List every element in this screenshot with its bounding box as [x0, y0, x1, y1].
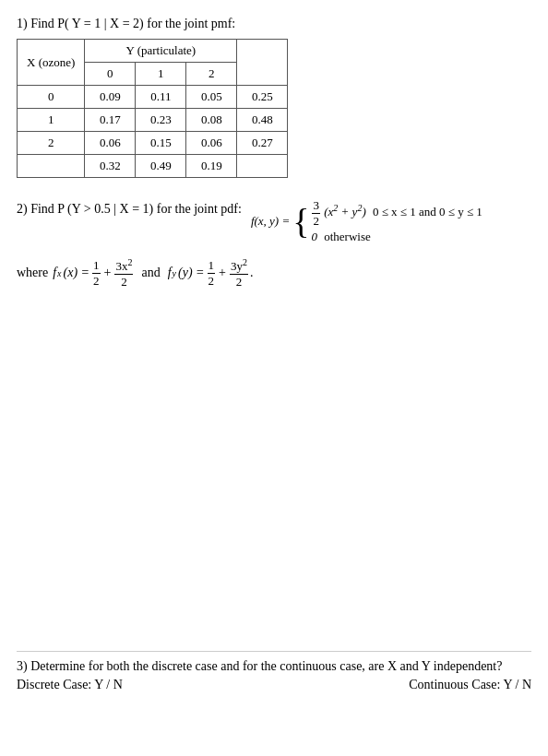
col-header-0: 0 [85, 63, 136, 86]
work-space [17, 304, 531, 636]
cell-2-2: 0.06 [186, 132, 237, 155]
fy-frac1: 1 2 [208, 258, 216, 288]
fy-frac1-num: 1 [208, 258, 216, 274]
fy-open-paren: (y) = [178, 266, 205, 280]
cell-1-1: 0.23 [136, 109, 186, 132]
fxy-label: f(x, y) = [251, 214, 290, 229]
cell-0-marginal: 0.25 [237, 86, 288, 109]
problem-3-title: 3) Determine for both the discrete case … [17, 659, 531, 674]
problem-1-title: 1) Find P( Y = 1 | X = 2) for the joint … [17, 17, 531, 31]
fy-label: f [168, 266, 172, 280]
fy-subscript: y [173, 268, 176, 278]
table-row: 2 0.06 0.15 0.06 0.27 [18, 132, 288, 155]
fy-frac2-num: 3y2 [230, 257, 248, 275]
cell-0-2: 0.05 [186, 86, 237, 109]
cell-1-0: 0.17 [85, 109, 136, 132]
x-ozone-label: X (ozone) [18, 40, 85, 86]
fx-frac2-den: 2 [120, 275, 128, 289]
cell-1-marginal: 0.48 [237, 109, 288, 132]
frac-den: 2 [312, 214, 320, 229]
piecewise-cases: 3 2 (x2 + y2) 0 ≤ x ≤ 1 and 0 ≤ y ≤ 1 0 … [311, 198, 482, 244]
col-header-1: 1 [136, 63, 186, 86]
fx-plus: + [104, 266, 112, 280]
fy-frac2: 3y2 2 [230, 257, 248, 289]
pmf-table: X (ozone) Y (particulate) 0 1 2 0 0.09 0… [17, 39, 288, 178]
problem-2-title: 2) Find P (Y > 0.5 | X = 1) for the join… [17, 196, 242, 217]
x-val-1: 1 [18, 109, 85, 132]
where-line: where fx (x) = 1 2 + 3x2 2 and fy (y) = … [17, 257, 531, 289]
cell-0-0: 0.09 [85, 86, 136, 109]
case1-condition: 0 ≤ x ≤ 1 and 0 ≤ y ≤ 1 [373, 205, 482, 219]
fx-frac2-num: 3x2 [114, 257, 133, 275]
x-val-0: 0 [18, 86, 85, 109]
fx-frac1-den: 2 [92, 274, 101, 289]
case1-expr: (x2 + y2) [324, 205, 366, 219]
problem-2-line: 2) Find P (Y > 0.5 | X = 1) for the join… [17, 196, 531, 244]
marginal-2: 0.19 [186, 155, 237, 178]
case-1: 3 2 (x2 + y2) 0 ≤ x ≤ 1 and 0 ≤ y ≤ 1 [311, 198, 482, 228]
fy-frac1-den: 2 [208, 274, 216, 289]
discrete-case-label: Discrete Case: Y / N [17, 678, 123, 692]
fy-frac2-den: 2 [235, 275, 244, 289]
continuous-case-label: Continuous Case: Y / N [409, 678, 531, 692]
where-text: where [17, 266, 48, 280]
fx-open-paren: (x) = [64, 266, 90, 280]
frac-3-2: 3 2 [312, 198, 320, 228]
fx-label: f [53, 266, 56, 280]
fy-period: . [250, 266, 254, 280]
table-row: 1 0.17 0.23 0.08 0.48 [18, 109, 288, 132]
cell-2-1: 0.15 [136, 132, 186, 155]
marginal-1: 0.49 [136, 155, 186, 178]
cell-2-0: 0.06 [85, 132, 136, 155]
marginal-0: 0.32 [85, 155, 136, 178]
y-particulate-label: Y (particulate) [85, 40, 237, 63]
fx-subscript: x [57, 268, 61, 278]
page-wrapper: 1) Find P( Y = 1 | X = 2) for the joint … [17, 17, 531, 736]
case2-condition: otherwise [324, 230, 371, 243]
fx-frac1-num: 1 [92, 258, 101, 274]
cell-1-2: 0.08 [186, 109, 237, 132]
fx-frac2: 3x2 2 [114, 257, 133, 289]
cell-0-1: 0.11 [136, 86, 186, 109]
cell-2-marginal: 0.27 [237, 132, 288, 155]
case2-expr: 0 [311, 230, 317, 243]
case-2: 0 otherwise [311, 230, 482, 244]
left-brace: { [292, 204, 309, 239]
discrete-continuous-row: Discrete Case: Y / N Continuous Case: Y … [17, 678, 531, 692]
col-header-2: 2 [186, 63, 237, 86]
case1-coeff: 3 2 [311, 205, 324, 219]
problem-3: 3) Determine for both the discrete case … [17, 651, 531, 692]
piecewise-function: f(x, y) = { 3 2 (x2 + y2) 0 ≤ x ≤ 1 and … [251, 196, 482, 244]
marginal-total [237, 155, 288, 178]
and-text: and [141, 266, 160, 280]
fy-plus: + [219, 266, 226, 280]
problem-1: 1) Find P( Y = 1 | X = 2) for the joint … [17, 17, 531, 178]
frac-num: 3 [312, 198, 320, 214]
fx-frac1: 1 2 [92, 258, 101, 288]
x-val-2: 2 [18, 132, 85, 155]
marginal-header [237, 40, 288, 86]
x-val-empty [18, 155, 85, 178]
table-header-row: X (ozone) Y (particulate) [18, 40, 288, 63]
table-row-marginals: 0.32 0.49 0.19 [18, 155, 288, 178]
problem-2: 2) Find P (Y > 0.5 | X = 1) for the join… [17, 196, 531, 289]
table-row: 0 0.09 0.11 0.05 0.25 [18, 86, 288, 109]
